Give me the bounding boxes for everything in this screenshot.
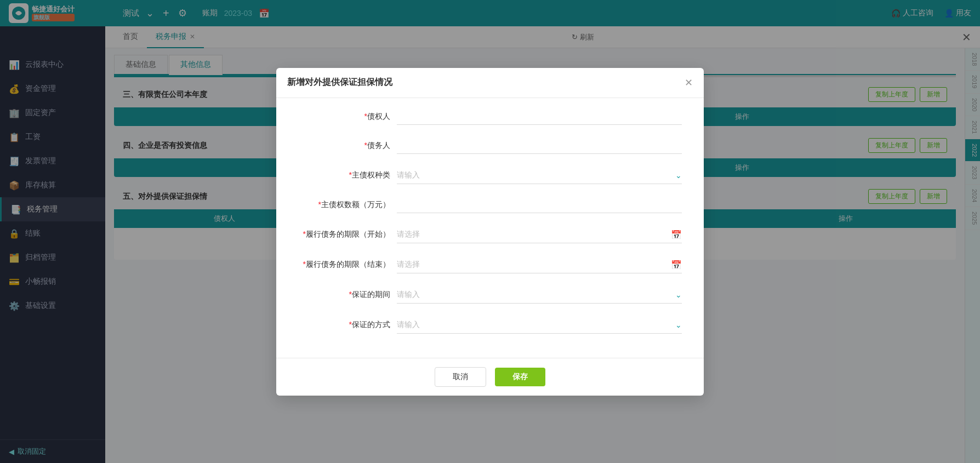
form-row-guarantee-period: *保证的期间 请输入 ⌄ — [298, 287, 682, 304]
field-claim-type[interactable]: 请输入 ⌄ — [397, 167, 682, 184]
label-guarantee-method: *保证的方式 — [298, 320, 397, 330]
form-row-debtor: *债务人 — [298, 138, 682, 154]
input-claim-amount[interactable] — [397, 197, 682, 213]
date-placeholder-start: 请选择 — [397, 230, 420, 238]
modal-overlay[interactable]: 新增对外提供保证担保情况 ✕ *债权人 *债务人 — [0, 0, 980, 463]
form-row-claim-amount: *主债权数额（万元） — [298, 197, 682, 213]
field-period-start[interactable]: 请选择 📅 — [397, 226, 682, 243]
label-claim-amount: *主债权数额（万元） — [298, 200, 397, 210]
modal-footer: 取消 保存 — [276, 358, 704, 396]
save-button[interactable]: 保存 — [495, 368, 545, 386]
form-row-period-end: *履行债务的期限（结束） 请选择 📅 — [298, 256, 682, 273]
select-placeholder-claim-type: 请输入 — [397, 170, 420, 179]
form-row-creditor: *债权人 — [298, 109, 682, 125]
calendar-icon-start: 📅 — [671, 229, 682, 239]
field-period-end[interactable]: 请选择 📅 — [397, 256, 682, 273]
label-creditor: *债权人 — [298, 112, 397, 122]
modal-body: *债权人 *债务人 *主债权种类 — [276, 98, 704, 358]
calendar-icon-end: 📅 — [671, 259, 682, 270]
select-placeholder-guarantee-period: 请输入 — [397, 290, 420, 299]
chevron-down-icon-guarantee-period: ⌄ — [675, 290, 682, 299]
chevron-down-icon-guarantee-method: ⌄ — [675, 321, 682, 329]
field-creditor — [397, 109, 682, 125]
label-period-end: *履行债务的期限（结束） — [298, 260, 397, 270]
label-debtor: *债务人 — [298, 141, 397, 151]
label-guarantee-period: *保证的期间 — [298, 290, 397, 300]
modal-add-guarantee: 新增对外提供保证担保情况 ✕ *债权人 *债务人 — [276, 68, 704, 396]
modal-title: 新增对外提供保证担保情况 — [287, 77, 392, 88]
field-claim-amount — [397, 197, 682, 213]
modal-header: 新增对外提供保证担保情况 ✕ — [276, 68, 704, 98]
input-creditor[interactable] — [397, 109, 682, 125]
modal-close-button[interactable]: ✕ — [685, 77, 693, 89]
field-debtor — [397, 138, 682, 154]
date-placeholder-end: 请选择 — [397, 260, 420, 268]
input-debtor[interactable] — [397, 138, 682, 154]
field-guarantee-period[interactable]: 请输入 ⌄ — [397, 287, 682, 304]
form-row-period-start: *履行债务的期限（开始） 请选择 📅 — [298, 226, 682, 243]
label-claim-type: *主债权种类 — [298, 170, 397, 180]
select-placeholder-guarantee-method: 请输入 — [397, 320, 420, 329]
cancel-button[interactable]: 取消 — [435, 367, 486, 387]
chevron-down-icon-claim-type: ⌄ — [675, 171, 682, 180]
field-guarantee-method[interactable]: 请输入 ⌄ — [397, 317, 682, 334]
label-period-start: *履行债务的期限（开始） — [298, 230, 397, 239]
form-row-guarantee-method: *保证的方式 请输入 ⌄ — [298, 317, 682, 334]
form-row-claim-type: *主债权种类 请输入 ⌄ — [298, 167, 682, 184]
